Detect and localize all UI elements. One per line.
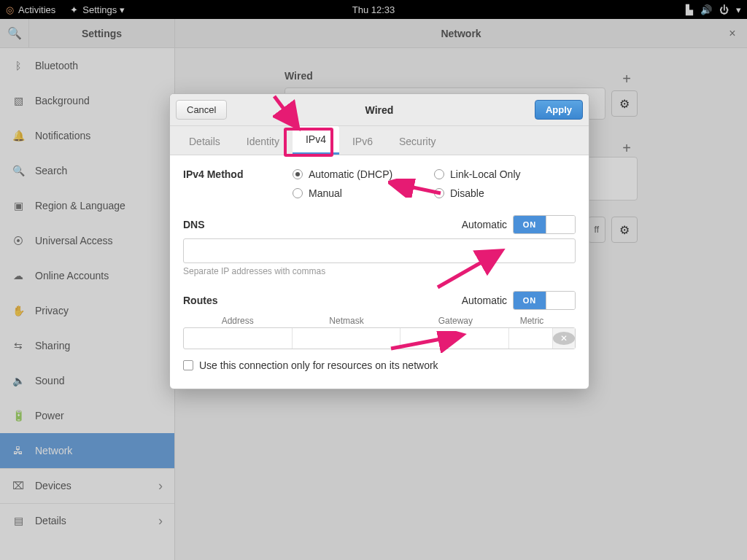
resources-only-row[interactable]: Use this connection only for resources o…: [183, 359, 576, 371]
clock[interactable]: Thu 12:33: [352, 4, 395, 15]
radio-disable[interactable]: Disable: [434, 187, 576, 199]
apply-button[interactable]: Apply: [535, 100, 583, 120]
col-address: Address: [183, 314, 292, 327]
tab-details[interactable]: Details: [176, 128, 233, 155]
tab-identity[interactable]: Identity: [233, 128, 293, 155]
radio-link-local[interactable]: Link-Local Only: [434, 168, 576, 180]
activities-button[interactable]: Activities: [18, 4, 55, 15]
wrench-icon: ✦: [70, 4, 78, 15]
routes-title: Routes: [183, 295, 217, 306]
route-netmask-input[interactable]: [293, 328, 401, 349]
volume-icon[interactable]: 🔊: [700, 4, 712, 15]
ipv4-method-label: IPv4 Method: [183, 168, 293, 199]
dns-section: DNS Automatic ON Separate IP addresses w…: [183, 215, 576, 276]
tab-ipv6[interactable]: IPv6: [339, 128, 386, 155]
wired-dialog: Cancel Wired Apply Details Identity IPv4…: [169, 93, 589, 389]
dialog-body: IPv4 Method Automatic (DHCP) Link-Local …: [170, 155, 589, 389]
remove-icon: ✕: [553, 332, 575, 345]
network-status-icon[interactable]: ▙: [686, 4, 693, 15]
radio-manual[interactable]: Manual: [293, 187, 434, 199]
dialog-tabs: Details Identity IPv4 IPv6 Security: [170, 126, 589, 155]
routes-automatic-switch[interactable]: ON: [513, 291, 576, 310]
top-bar: ◎ Activities ✦ Settings ▾ Thu 12:33 ▙ 🔊 …: [0, 0, 747, 19]
routes-section: Routes Automatic ON Address Netmask Gate…: [183, 291, 576, 371]
col-metric: Metric: [510, 314, 554, 327]
route-remove-button[interactable]: ✕: [553, 328, 575, 349]
dns-hint: Separate IP addresses with commas: [183, 266, 576, 276]
tab-ipv4[interactable]: IPv4: [293, 126, 339, 155]
route-metric-input[interactable]: [509, 328, 553, 349]
dns-automatic-label: Automatic: [462, 219, 507, 230]
app-icon: ◎: [6, 4, 14, 15]
col-netmask: Netmask: [292, 314, 400, 327]
cancel-button[interactable]: Cancel: [176, 100, 227, 120]
tab-security[interactable]: Security: [386, 128, 449, 155]
route-gateway-input[interactable]: [400, 328, 509, 349]
col-gateway: Gateway: [401, 314, 510, 327]
radio-automatic-dhcp[interactable]: Automatic (DHCP): [293, 168, 434, 180]
chevron-down-icon: ▾: [736, 4, 741, 15]
switch-on-label: ON: [514, 292, 546, 309]
dns-title: DNS: [183, 219, 205, 230]
resources-only-label: Use this connection only for resources o…: [199, 359, 438, 371]
power-menu-icon[interactable]: ⏻: [719, 4, 729, 15]
switch-on-label: ON: [514, 216, 546, 233]
resources-only-checkbox[interactable]: [183, 360, 193, 370]
routes-row: ✕: [183, 327, 576, 349]
app-menu[interactable]: Settings ▾: [82, 4, 125, 15]
dialog-header: Cancel Wired Apply: [170, 94, 589, 126]
routes-columns: Address Netmask Gateway Metric: [183, 314, 576, 327]
route-address-input[interactable]: [184, 328, 293, 349]
dns-automatic-switch[interactable]: ON: [513, 215, 576, 234]
routes-automatic-label: Automatic: [462, 295, 507, 306]
dialog-title: Wired: [365, 104, 394, 116]
ipv4-method-row: IPv4 Method Automatic (DHCP) Link-Local …: [183, 168, 576, 199]
dns-input[interactable]: [183, 238, 576, 263]
